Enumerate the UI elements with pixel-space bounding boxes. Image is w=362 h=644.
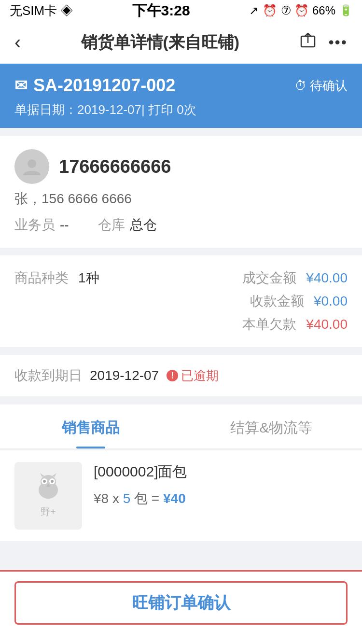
salesperson-value: --: [60, 217, 69, 233]
summary-section: 商品种类 1种 成交金额 ¥40.00 收款金额 ¥0.00 本单欠款 ¥40.…: [0, 255, 362, 347]
alarm-icon: ⏰: [263, 4, 277, 17]
confirm-button-wrap: 旺铺订单确认: [0, 570, 362, 644]
warehouse-value: 总仓: [130, 216, 157, 234]
overdue-warning-icon: !: [167, 370, 178, 381]
status-time: 下午3:28: [132, 1, 190, 21]
more-icon[interactable]: •••: [328, 33, 348, 51]
nav-bar: ‹ 销货单详情(来自旺铺) •••: [0, 21, 362, 64]
product-total: ¥40: [163, 491, 186, 506]
salesperson-label: 业务员: [14, 216, 55, 234]
owed-amount-label: 本单欠款: [242, 315, 296, 334]
due-date-value: 2019-12-07: [90, 368, 159, 383]
order-id-display: ✉ SA-20191207-002: [14, 75, 175, 96]
received-amount-label: 收款金额: [250, 292, 304, 310]
order-date-display: 单据日期：2019-12-07| 打印 0次: [14, 101, 348, 118]
print-label: | 打印: [141, 102, 173, 117]
battery-level: ⑦ ⏰ 66%: [281, 4, 335, 17]
svg-point-2: [28, 159, 36, 168]
owed-amount-row: 本单欠款 ¥40.00: [242, 315, 348, 334]
battery-icon: 🔋: [339, 4, 352, 17]
tab-sales-product[interactable]: 销售商品: [0, 405, 181, 448]
date-label: 单据日期：: [14, 102, 77, 117]
tab-active-indicator: [76, 447, 105, 448]
page-title: 销货单详情(来自旺铺): [81, 31, 240, 54]
order-status-text: 待确认: [310, 77, 348, 94]
received-amount-row: 收款金额 ¥0.00: [250, 292, 348, 310]
owed-amount-value: ¥40.00: [306, 317, 348, 332]
equals-sign: =: [152, 491, 159, 506]
order-status-display: ⏱ 待确认: [294, 77, 348, 94]
deal-amount-value: ¥40.00: [306, 270, 348, 286]
tab-settlement-logistics[interactable]: 结算&物流等: [181, 405, 362, 448]
order-date-value: 2019-12-07: [77, 102, 141, 117]
order-id-text: SA-20191207-002: [33, 75, 175, 96]
status-left: 无SIM卡 ◈: [10, 2, 73, 19]
order-header-banner: ✉ SA-20191207-002 ⏱ 待确认 单据日期：2019-12-07|…: [0, 64, 362, 128]
svg-point-10: [51, 480, 54, 483]
back-button[interactable]: ‹: [14, 31, 21, 53]
status-bar: 无SIM卡 ◈ 下午3:28 ↗ ⏰ ⑦ ⏰ 66% 🔋: [0, 0, 362, 21]
product-details: [0000002]面包 ¥8 x 5 包 = ¥40: [94, 462, 348, 508]
customer-section: 17666666666 张，156 6666 6666 业务员 -- 仓库 总仓: [0, 136, 362, 248]
print-suffix: 次: [184, 102, 196, 117]
due-date-label: 收款到期日: [14, 366, 82, 385]
overdue-badge: ! 已逾期: [167, 367, 219, 384]
print-count: 0: [177, 102, 183, 117]
brand-watermark: 野+: [41, 505, 56, 518]
location-icon: ↗: [249, 4, 259, 17]
warehouse-label: 仓库: [98, 216, 125, 234]
deal-amount-row: 成交金额 ¥40.00: [242, 269, 348, 287]
deal-amount-label: 成交金额: [242, 269, 296, 287]
product-unit: 包: [134, 491, 148, 506]
customer-phone-info: 17666666666: [59, 156, 171, 177]
product-item: 野+ [0000002]面包 ¥8 x 5 包 = ¥40: [0, 450, 362, 541]
warehouse-info: 仓库 总仓: [98, 216, 157, 234]
confirm-order-button[interactable]: 旺铺订单确认: [14, 581, 348, 625]
overdue-text: 已逾期: [181, 367, 219, 384]
product-type-label: 商品种类: [14, 269, 69, 287]
due-date-section: 收款到期日 2019-12-07 ! 已逾期: [0, 355, 362, 397]
customer-avatar: [14, 149, 49, 184]
salesperson-info: 业务员 --: [14, 216, 69, 234]
product-placeholder-icon: [31, 473, 65, 504]
email-icon: ✉: [14, 76, 28, 95]
product-qty: 5: [123, 491, 131, 506]
product-image: 野+: [14, 462, 82, 530]
nav-actions: •••: [299, 31, 348, 53]
product-formula: ¥8 x 5 包 = ¥40: [94, 490, 348, 508]
multiply-icon: x: [112, 491, 123, 506]
received-amount-value: ¥0.00: [314, 294, 348, 309]
tab-bar: 销售商品 结算&物流等: [0, 405, 362, 449]
status-right: ↗ ⏰ ⑦ ⏰ 66% 🔋: [249, 4, 352, 17]
product-type-value: 1种: [78, 269, 99, 287]
amount-info: 成交金额 ¥40.00 收款金额 ¥0.00 本单欠款 ¥40.00: [242, 269, 348, 334]
clock-icon: ⏱: [294, 78, 307, 93]
product-price: ¥8: [94, 491, 109, 506]
customer-name: 张，156 6666 6666: [14, 190, 348, 208]
svg-point-8: [43, 480, 46, 483]
product-name: [0000002]面包: [94, 462, 348, 482]
share-icon[interactable]: [299, 31, 317, 53]
product-type-info: 商品种类 1种: [14, 269, 99, 287]
customer-phone: 17666666666: [59, 156, 171, 177]
